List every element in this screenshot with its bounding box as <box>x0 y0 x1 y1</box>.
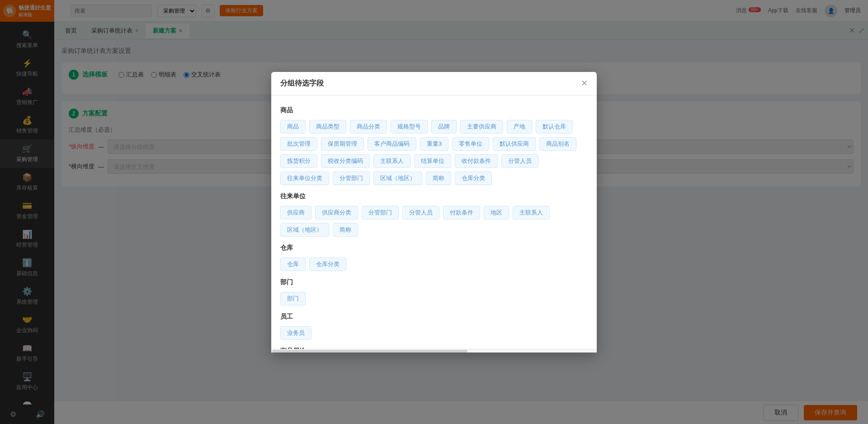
field-tag[interactable]: 地区 <box>484 206 509 219</box>
field-tag[interactable]: 默认仓库 <box>536 120 573 133</box>
dialog-close-btn[interactable]: ✕ <box>581 79 588 87</box>
dialog-header: 分组待选字段 ✕ <box>271 72 597 95</box>
field-tag[interactable]: 分管部门 <box>333 172 370 185</box>
field-tag[interactable]: 品牌 <box>431 120 457 133</box>
dialog-title: 分组待选字段 <box>280 79 324 88</box>
field-tag[interactable]: 仓库分类 <box>309 257 346 271</box>
field-tag[interactable]: 主联系人 <box>373 154 410 168</box>
field-tag[interactable]: 区域（地区） <box>280 223 329 237</box>
section-label-partner: 往来单位 <box>280 192 588 200</box>
field-tag[interactable]: 简称 <box>426 172 451 185</box>
field-tag[interactable]: 收付款条件 <box>455 154 498 168</box>
field-tag[interactable]: 仓库分类 <box>455 172 492 185</box>
field-tag[interactable]: 主联系人 <box>513 206 550 219</box>
field-tag[interactable]: 产地 <box>507 120 532 133</box>
section-label-product: 商品 <box>280 106 588 114</box>
dialog-body: 商品 商品 商品类型 商品分类 规格型号 品牌 主要供应商 产地 默认仓库 批次… <box>271 95 597 349</box>
field-tag[interactable]: 商品分类 <box>350 120 387 133</box>
field-tag[interactable]: 结算单位 <box>414 154 451 168</box>
field-select-dialog: 分组待选字段 ✕ 商品 商品 商品类型 商品分类 规格型号 品牌 主要供应商 产… <box>271 72 597 353</box>
field-tag[interactable]: 客户商品编码 <box>368 137 416 151</box>
field-tag[interactable]: 零售单位 <box>452 137 489 151</box>
field-tag[interactable]: 简称 <box>333 223 358 237</box>
field-grid-dept: 部门 <box>280 292 588 305</box>
field-tag[interactable]: 往来单位分类 <box>280 172 329 185</box>
field-tag[interactable]: 分管人员 <box>402 206 439 219</box>
field-tag[interactable]: 商品 <box>280 120 306 133</box>
field-tag[interactable]: 重量3 <box>420 137 448 151</box>
field-tag[interactable]: 主要供应商 <box>460 120 503 133</box>
field-grid-staff: 业务员 <box>280 326 588 340</box>
field-tag[interactable]: 税收分类编码 <box>321 154 370 168</box>
field-tag[interactable]: 默认供应商 <box>493 137 536 151</box>
field-grid-product: 商品 商品类型 商品分类 规格型号 品牌 主要供应商 产地 默认仓库 批次管理 … <box>280 120 588 185</box>
field-tag[interactable]: 分管人员 <box>501 154 538 168</box>
field-grid-partner: 供应商 供应商分类 分管部门 分管人员 付款条件 地区 主联系人 区域（地区） … <box>280 206 588 237</box>
section-label-warehouse: 仓库 <box>280 244 588 252</box>
field-tag[interactable]: 保质期管理 <box>321 137 364 151</box>
field-tag[interactable]: 区域（地区） <box>373 172 422 185</box>
field-tag[interactable]: 规格型号 <box>391 120 428 133</box>
field-tag[interactable]: 拣货积分 <box>280 154 317 168</box>
field-tag[interactable]: 分管部门 <box>362 206 399 219</box>
field-tag[interactable]: 批次管理 <box>280 137 317 151</box>
section-label-dept: 部门 <box>280 278 588 286</box>
field-tag[interactable]: 供应商 <box>280 206 311 219</box>
field-tag[interactable]: 商品类型 <box>309 120 346 133</box>
field-tag[interactable]: 供应商分类 <box>315 206 358 219</box>
field-grid-warehouse: 仓库 仓库分类 <box>280 257 588 271</box>
section-label-staff: 员工 <box>280 313 588 321</box>
horizontal-scrollbar[interactable] <box>272 350 467 353</box>
field-tag[interactable]: 部门 <box>280 292 306 305</box>
field-tag[interactable]: 业务员 <box>280 326 311 340</box>
field-tag[interactable]: 仓库 <box>280 257 306 271</box>
dialog-scrollbar-area <box>271 349 597 353</box>
field-tag[interactable]: 付款条件 <box>443 206 480 219</box>
field-tag[interactable]: 商品别名 <box>539 137 576 151</box>
